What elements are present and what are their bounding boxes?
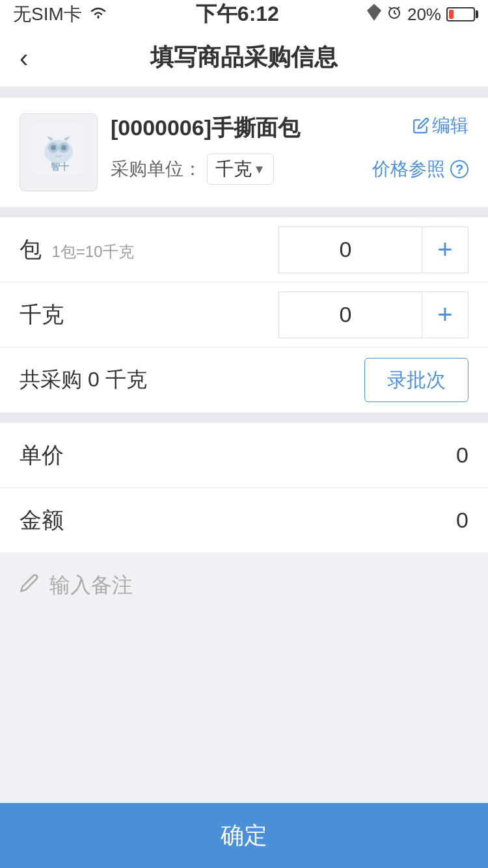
kg-input[interactable] [278,292,422,338]
carrier-label: 无SIM卡 [13,2,82,27]
product-logo: 智十 [33,123,85,182]
bag-sub-label: 1包=10千克 [51,243,133,260]
amount-label: 金额 [20,506,64,536]
unit-prefix: 采购单位： [111,157,202,182]
summary-row: 共采购 0 千克 录批次 [0,347,488,413]
price-ref-link[interactable]: 价格参照 ? [372,157,468,182]
alarm-icon [386,5,402,25]
amount-value: 0 [456,508,468,533]
status-right: 20% [367,4,475,25]
unit-price-label: 单价 [20,441,64,470]
record-batch-button[interactable]: 录批次 [364,358,468,402]
product-name-row: [0000006]手撕面包 编辑 [111,113,468,143]
svg-point-6 [61,145,66,150]
status-left: 无SIM卡 [13,2,108,27]
form-section: 包 1包=10千克 + 千克 + 共采购 0 千克 录批次 [0,217,488,413]
unit-price-value: 0 [456,442,468,468]
mid-divider-2 [0,413,488,423]
notes-placeholder: 输入备注 [49,571,133,600]
unit-price-row: 单价 0 [0,423,488,488]
unit-select[interactable]: 千克 ▾ [207,154,274,185]
unit-value: 千克 [215,157,252,182]
help-icon: ? [450,160,468,178]
content-area [0,618,488,826]
edit-label: 编辑 [432,113,468,138]
product-info: [0000006]手撕面包 编辑 采购单位： 千克 ▾ 价格参照 ? [111,113,468,185]
product-unit-row: 采购单位： 千克 ▾ 价格参照 ? [111,154,468,185]
battery-percent: 20% [407,5,441,25]
kg-label: 千克 [20,300,98,330]
bag-input-group: + [278,226,468,273]
svg-point-5 [51,145,56,150]
wifi-icon [88,4,108,25]
bag-row: 包 1包=10千克 + [0,217,488,282]
battery-icon [446,7,475,21]
chevron-down-icon: ▾ [256,161,263,178]
bag-plus-button[interactable]: + [422,226,468,273]
product-name: [0000006]手撕面包 [111,113,300,143]
status-time: 下午6:12 [196,0,279,29]
notes-section[interactable]: 输入备注 [0,553,488,618]
status-bar: 无SIM卡 下午6:12 20% [0,0,488,29]
info-section: 单价 0 金额 0 [0,423,488,553]
top-divider [0,87,488,98]
bag-label: 包 1包=10千克 [20,235,134,265]
mid-divider-1 [0,207,488,217]
amount-row: 金额 0 [0,488,488,553]
kg-plus-button[interactable]: + [422,292,468,338]
location-icon [367,4,381,25]
kg-row: 千克 + [0,282,488,347]
pencil-icon [20,573,39,598]
confirm-button[interactable]: 确定 [0,803,488,868]
edit-link[interactable]: 编辑 [413,113,468,138]
nav-bar: ‹ 填写商品采购信息 [0,29,488,87]
bag-input[interactable] [278,226,422,273]
back-button[interactable]: ‹ [20,45,28,71]
price-ref-label: 价格参照 [372,157,445,182]
product-image: 智十 [20,113,98,191]
svg-text:智十: 智十 [50,161,70,172]
unit-label: 采购单位： 千克 ▾ [111,154,274,185]
product-card: 智十 [0000006]手撕面包 编辑 采购单位： 千克 ▾ [0,98,488,207]
kg-input-group: + [278,292,468,338]
svg-point-2 [44,140,73,163]
page-title: 填写商品采购信息 [150,42,338,74]
summary-text: 共采购 0 千克 [20,366,147,394]
